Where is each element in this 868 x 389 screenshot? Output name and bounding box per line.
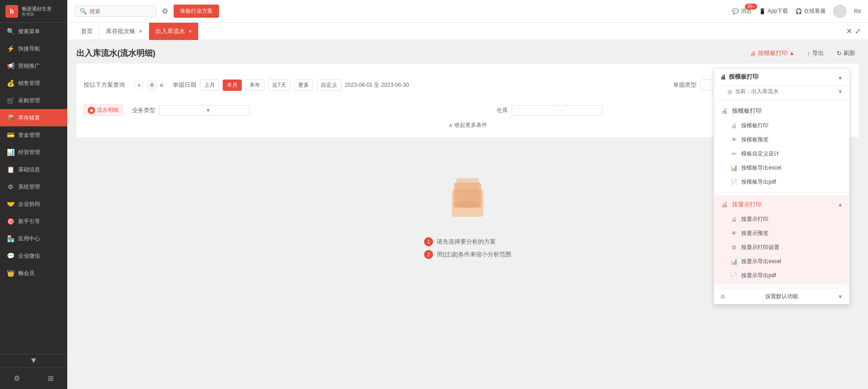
sidebar-item-label-marketing: 营销推广	[18, 62, 40, 70]
sidebar-item-marketing[interactable]: 📢营销推广	[0, 57, 67, 75]
print-template-excel-item[interactable]: 📊 按模板导出excel	[714, 161, 849, 175]
filter-collapse-left-btn[interactable]: «	[160, 81, 164, 89]
sidebar-item-inventory[interactable]: 📦库存核算	[0, 109, 67, 126]
tab-batch[interactable]: 库存批次账 ×	[100, 23, 149, 40]
date-btn-thisyear[interactable]: 本年	[245, 80, 264, 91]
sidebar-item-label-wechat: 企业微信	[18, 252, 40, 260]
basic-icon: 📋	[6, 165, 15, 174]
sales-icon: 💰	[6, 79, 15, 87]
tab-flow[interactable]: 出入库流水 ×	[149, 23, 199, 40]
purchase-icon: 🛒	[6, 96, 15, 105]
sidebar-item-label-system: 系统管理	[18, 183, 40, 191]
print-current: ◎ 当前：出入库流水 ▼	[714, 86, 849, 97]
print-template-btn[interactable]: 🖨 按模板打印 ▲	[747, 47, 798, 59]
topbar-service[interactable]: 🎧 在线客服	[795, 7, 826, 15]
sidebar: b 畅捷通好生意 标准版 🔍搜索菜单⚡快捷导航📢营销推广💰销售管理🛒采购管理📦库…	[0, 0, 67, 389]
date-range: 2023-06-01 至 2023-06-30	[345, 81, 409, 89]
print-template-preview-item[interactable]: 👁 按模板预览	[714, 133, 849, 147]
print-footer-settings-icon: ⚙	[720, 294, 725, 300]
print-display-settings-item[interactable]: ⚙ 按显示打印设置	[714, 240, 849, 254]
print-template-print-item[interactable]: 🖨 按模板打印	[714, 119, 849, 133]
sidebar-item-label-member: 畅会员	[18, 269, 35, 277]
print-display-preview-item[interactable]: 👁 按显示预览	[714, 226, 849, 240]
sidebar-logo: b 畅捷通好生意 标准版	[0, 0, 67, 23]
inventory-icon: 📦	[6, 114, 15, 122]
sidebar-item-guide[interactable]: 🎯新手引导	[0, 213, 67, 230]
sidebar-item-finance[interactable]: 💳资金管理	[0, 126, 67, 144]
collapse-btn[interactable]: ∧ 收起更多条件	[443, 120, 493, 131]
sidebar-item-search[interactable]: 🔍搜索菜单	[0, 23, 67, 40]
print-item-pdf-icon: 📄	[730, 179, 738, 186]
date-btn-more[interactable]: 更多	[294, 80, 313, 91]
tab-flow-close[interactable]: ×	[189, 28, 192, 35]
sidebar-scroll-down[interactable]: ▼	[30, 356, 38, 365]
tab-home[interactable]: 首页	[75, 23, 100, 40]
tab-maximize-icon[interactable]: ⤢	[855, 27, 861, 35]
coop-icon: 🤝	[6, 200, 15, 208]
tab-batch-label: 库存批次账	[106, 27, 135, 35]
search-input[interactable]	[90, 8, 144, 15]
topbar-gear-icon[interactable]: ⚙	[162, 7, 168, 15]
print-display-excel-item[interactable]: 📊 按显示导出excel	[714, 254, 849, 269]
sidebar-item-sales[interactable]: 💰销售管理	[0, 75, 67, 92]
topbar-avatar[interactable]	[833, 5, 847, 18]
print-icon: 🖨	[750, 50, 756, 57]
sidebar-item-appstore[interactable]: 🏪应用中心	[0, 230, 67, 247]
sidebar-settings-btn[interactable]: ⚙	[11, 371, 23, 385]
sidebar-item-label-shortcut: 快捷导航	[18, 45, 40, 53]
filter-add-btn[interactable]: +	[134, 80, 144, 90]
topbar-app[interactable]: 📱 App下载	[759, 7, 788, 15]
refresh-btn[interactable]: ↻ 刷新	[833, 47, 859, 59]
print-footer[interactable]: ⚙ 设置默认功能 ▼	[714, 289, 849, 304]
topbar-right: 💬 消息 99+ 📱 App下载 🎧 在线客服 Rit	[732, 5, 861, 18]
trial-btn[interactable]: 体验行业方案	[174, 5, 219, 18]
print-template-pdf-item[interactable]: 📄 按模板导出pdf	[714, 175, 849, 189]
tab-batch-close[interactable]: ×	[139, 28, 142, 35]
tabbar: 首页 库存批次账 × 出入库流水 × ✕ ⤢	[67, 23, 868, 40]
print-dropdown-title: 🖨 按模板打印	[720, 73, 758, 81]
export-btn[interactable]: ↑ 导出	[804, 47, 828, 59]
svg-point-3	[455, 201, 480, 208]
sidebar-item-purchase[interactable]: 🛒采购管理	[0, 92, 67, 109]
empty-step-1: 1 请先选择要分析的方案	[424, 237, 511, 246]
sidebar-bottom: ⚙ ⊞	[0, 367, 67, 389]
print-template-section-title: 🖨 按模板打印	[720, 107, 762, 115]
appstore-icon: 🏪	[6, 234, 15, 243]
print-dropdown-chevron[interactable]: ▲	[837, 74, 843, 80]
sidebar-item-system[interactable]: ⚙系统管理	[0, 178, 67, 195]
warehouse-more-icon[interactable]: ···	[558, 107, 598, 114]
topbar-search[interactable]: 🔍	[75, 5, 156, 17]
topbar-username[interactable]: Rit	[854, 8, 861, 15]
sidebar-item-label-operation: 经营管理	[18, 149, 40, 156]
sidebar-item-wechat[interactable]: 💬企业微信	[0, 247, 67, 264]
sidebar-item-coop[interactable]: 🤝企业协同	[0, 195, 67, 213]
print-divider-2	[714, 193, 849, 193]
sidebar-item-member[interactable]: 👑畅会员	[0, 264, 67, 282]
date-btn-lastmonth[interactable]: 上月	[200, 80, 219, 91]
date-btn-custom[interactable]: 自定义	[317, 80, 341, 91]
biztype-dropdown[interactable]: ▼	[159, 105, 250, 116]
sidebar-item-label-inventory: 库存核算	[18, 114, 40, 122]
print-display-section-header[interactable]: 🖨 按显示打印 ▲	[714, 197, 849, 212]
print-display-print-item[interactable]: 🖨 按显示打印	[714, 212, 849, 226]
content-area: 出入库流水(流水明细) 🖨 按模板打印 ▲ ↑ 导出 ↻ 刷新	[67, 40, 868, 389]
print-current-expand[interactable]: ▼	[838, 89, 843, 95]
topbar-msg[interactable]: 💬 消息 99+	[732, 7, 752, 15]
date-btn-thismonth[interactable]: 本月	[223, 80, 242, 91]
filter-setting-btn[interactable]: ⚙	[147, 80, 157, 90]
sidebar-item-shortcut[interactable]: ⚡快捷导航	[0, 40, 67, 57]
sidebar-item-operation[interactable]: 📊经营管理	[0, 144, 67, 161]
sidebar-item-basic[interactable]: 📋基础信息	[0, 161, 67, 178]
date-btn-7days[interactable]: 近7天	[268, 80, 290, 91]
tab-close-all-icon[interactable]: ✕	[846, 27, 852, 35]
print-template-section-header[interactable]: 🖨 按模板打印	[714, 103, 849, 119]
print-item-print-icon: 🖨	[730, 122, 738, 130]
sidebar-collapse-btn[interactable]: ⊞	[45, 371, 56, 385]
print-template-custom-item[interactable]: ✏ 模板自定义设计	[714, 147, 849, 161]
warehouse-dropdown[interactable]: ···	[512, 105, 603, 116]
print-display-section-arrow[interactable]: ▲	[838, 201, 843, 208]
print-display-pdf-item[interactable]: 📄 按显示导出pdf	[714, 269, 849, 283]
biztype-chevron-icon: ▼	[205, 107, 245, 114]
page-title: 出入库流水(流水明细)	[76, 48, 155, 59]
print-display-section: 🖨 按显示打印 ▲ 🖨 按显示打印 👁 按显	[714, 195, 849, 284]
